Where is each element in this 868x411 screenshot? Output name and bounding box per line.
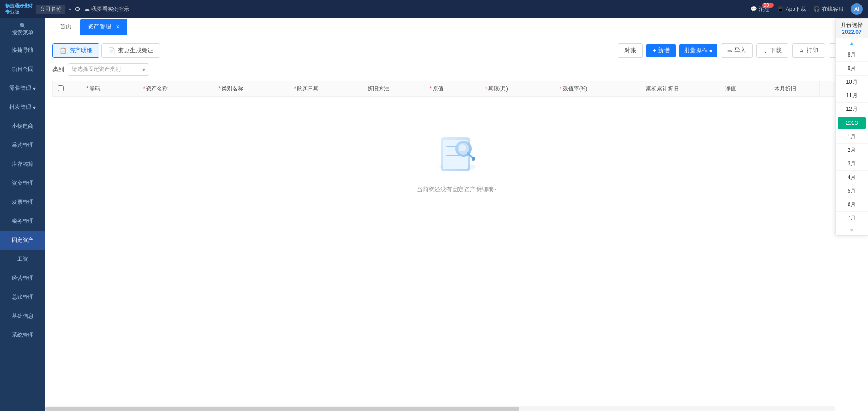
inventory-label: 库存核算 bbox=[12, 161, 33, 167]
sidebar-item-project-contract[interactable]: 项目合同 bbox=[0, 60, 45, 79]
cloud-icon: ☁ bbox=[84, 6, 90, 12]
month-item-9[interactable]: 9月 bbox=[836, 62, 868, 76]
nav-tabs: 首页 资产管理 ✕ bbox=[45, 18, 868, 36]
sidebar-item-wholesale[interactable]: 批发管理 ▾ bbox=[0, 98, 45, 117]
col-depreciation-method: 折旧方法 bbox=[344, 81, 412, 97]
sidebar-item-operations[interactable]: 经营管理 bbox=[0, 269, 45, 288]
download-button[interactable]: ⇓ 下载 bbox=[756, 43, 788, 58]
month-item-6[interactable]: 6月 bbox=[836, 198, 868, 212]
month-item-3[interactable]: 3月 bbox=[836, 157, 868, 171]
empty-state-row: 当前您还没有固定资产明细哦~ bbox=[53, 97, 861, 221]
month-panel-title: 月份选择 2022.07 bbox=[836, 19, 868, 38]
sidebar-item-search[interactable]: 🔍 搜索菜单 bbox=[0, 18, 45, 41]
sub-tab-voucher[interactable]: 📄 变更生成凭证 bbox=[101, 43, 160, 58]
sub-tab-detail-label: 资产明细 bbox=[69, 47, 93, 55]
month-panel-up-button[interactable]: ▲ bbox=[836, 38, 868, 48]
message-badge: 99+ bbox=[762, 3, 774, 8]
col-purchase-date: *购买日期 bbox=[269, 81, 344, 97]
demo-link[interactable]: ☁ 我要看实例演示 bbox=[84, 5, 129, 13]
tab-assets-label: 资产管理 bbox=[88, 23, 111, 30]
month-panel-title-label: 月份选择 bbox=[840, 21, 864, 29]
tab-home-label: 首页 bbox=[60, 23, 71, 30]
online-service-label: 在线客服 bbox=[822, 5, 844, 13]
sidebar-item-basic-info[interactable]: 基础信息 bbox=[0, 307, 45, 326]
message-button[interactable]: 💬 消息 99+ bbox=[750, 5, 770, 13]
month-item-5[interactable]: 5月 bbox=[836, 184, 868, 198]
add-label: + 新增 bbox=[653, 47, 670, 55]
avatar-initials: Ai bbox=[854, 6, 859, 12]
svg-point-10 bbox=[472, 157, 475, 161]
col-net-value: 净值 bbox=[710, 81, 751, 97]
app-download-button[interactable]: 📱 App下载 bbox=[777, 5, 806, 13]
month-item-7[interactable]: 7月 bbox=[836, 212, 868, 225]
add-button[interactable]: + 新增 bbox=[646, 44, 676, 57]
ecommerce-label: 小畅电商 bbox=[12, 123, 33, 129]
quick-nav-label: 快捷导航 bbox=[12, 47, 33, 53]
batch-button[interactable]: 批量操作 ▾ bbox=[679, 44, 717, 57]
sidebar-item-fixed-assets[interactable]: 固定资产 bbox=[0, 231, 45, 250]
month-panel-year: 2022.07 bbox=[840, 29, 864, 35]
month-item-10[interactable]: 10月 bbox=[836, 76, 868, 89]
reconcile-button[interactable]: 对账 bbox=[618, 43, 643, 58]
filter-placeholder: 请选择固定资产类别 bbox=[72, 66, 121, 73]
scrollbar-thumb[interactable] bbox=[45, 407, 519, 411]
sidebar-item-general-ledger[interactable]: 总账管理 bbox=[0, 288, 45, 307]
user-avatar[interactable]: Ai bbox=[851, 3, 863, 15]
month-item-12[interactable]: 12月 bbox=[836, 103, 868, 116]
month-panel-down-button[interactable]: ▼ bbox=[836, 225, 868, 235]
table-header-row: *编码 *资产名称 *类别名称 *购买日期 折旧方法 *原值 *期限(月) *残… bbox=[53, 81, 861, 97]
sub-tab-voucher-icon: 📄 bbox=[108, 47, 115, 54]
import-icon: ⇒ bbox=[727, 47, 732, 54]
month-item-1[interactable]: 1月 bbox=[836, 130, 868, 144]
tab-assets[interactable]: 资产管理 ✕ bbox=[80, 19, 127, 35]
month-item-2[interactable]: 2月 bbox=[836, 144, 868, 157]
assets-table: *编码 *资产名称 *类别名称 *购买日期 折旧方法 *原值 *期限(月) *残… bbox=[52, 81, 861, 221]
month-item-11[interactable]: 11月 bbox=[836, 89, 868, 103]
settings-icon[interactable]: ⚙ bbox=[75, 5, 80, 13]
print-icon: 🖨 bbox=[799, 47, 805, 54]
select-all-header[interactable] bbox=[53, 81, 69, 97]
system-label: 系统管理 bbox=[12, 332, 33, 338]
download-label: 下载 bbox=[770, 47, 782, 55]
topbar-right: 💬 消息 99+ 📱 App下载 🎧 在线客服 Ai bbox=[750, 3, 863, 15]
company-dropdown-icon[interactable]: ▾ bbox=[69, 7, 71, 12]
sidebar-item-finance[interactable]: 资金管理 bbox=[0, 174, 45, 193]
select-all-checkbox[interactable] bbox=[58, 85, 64, 91]
app-name: 畅捷通好业财 bbox=[5, 3, 33, 9]
company-selector[interactable]: 公司名称 bbox=[36, 5, 65, 14]
empty-text: 当前您还没有固定资产明细哦~ bbox=[417, 185, 497, 194]
sidebar-item-system[interactable]: 系统管理 bbox=[0, 326, 45, 345]
sidebar-item-purchase[interactable]: 采购管理 bbox=[0, 136, 45, 155]
category-filter[interactable]: 请选择固定资产类别 ▾ bbox=[68, 63, 149, 76]
month-item-8[interactable]: 8月 bbox=[836, 48, 868, 62]
retail-arrow-icon: ▾ bbox=[33, 85, 36, 92]
batch-label: 批量操作 bbox=[684, 47, 708, 55]
salary-label: 工资 bbox=[17, 256, 28, 262]
tab-home[interactable]: 首页 bbox=[52, 19, 79, 35]
sidebar-item-invoice[interactable]: 发票管理 bbox=[0, 193, 45, 212]
phone-icon: 📱 bbox=[777, 6, 784, 12]
month-item-4[interactable]: 4月 bbox=[836, 171, 868, 184]
horizontal-scrollbar[interactable] bbox=[45, 406, 835, 411]
sidebar-item-tax[interactable]: 税务管理 bbox=[0, 212, 45, 231]
sidebar-item-retail[interactable]: 零售管理 ▾ bbox=[0, 79, 45, 98]
sidebar-item-quick-nav[interactable]: 快捷导航 bbox=[0, 41, 45, 60]
online-service-button[interactable]: 🎧 在线客服 bbox=[813, 5, 844, 13]
download-icon: ⇓ bbox=[763, 47, 768, 54]
import-button[interactable]: ⇒ 导入 bbox=[721, 43, 753, 58]
col-monthly-dep: 本月折旧 bbox=[751, 81, 820, 97]
print-button[interactable]: 🖨 打印 bbox=[792, 43, 825, 58]
col-code: *编码 bbox=[69, 81, 118, 97]
retail-label: 零售管理 bbox=[9, 85, 31, 92]
wholesale-label: 批发管理 bbox=[9, 104, 31, 111]
sidebar-item-salary[interactable]: 工资 bbox=[0, 250, 45, 269]
main-layout: 🔍 搜索菜单 快捷导航 项目合同 零售管理 ▾ 批发管理 ▾ 小畅电商 采购管理… bbox=[0, 18, 868, 411]
tab-close-icon[interactable]: ✕ bbox=[116, 24, 120, 29]
demo-label: 我要看实例演示 bbox=[91, 5, 129, 13]
sidebar-item-ecommerce[interactable]: 小畅电商 bbox=[0, 117, 45, 136]
search-label: 搜索菜单 bbox=[4, 29, 42, 37]
sub-tab-detail[interactable]: 📋 资产明细 bbox=[52, 43, 99, 58]
table-container: *编码 *资产名称 *类别名称 *购买日期 折旧方法 *原值 *期限(月) *残… bbox=[52, 81, 861, 404]
sidebar-item-inventory[interactable]: 库存核算 bbox=[0, 155, 45, 174]
col-accumulated-dep: 期初累计折旧 bbox=[615, 81, 710, 97]
